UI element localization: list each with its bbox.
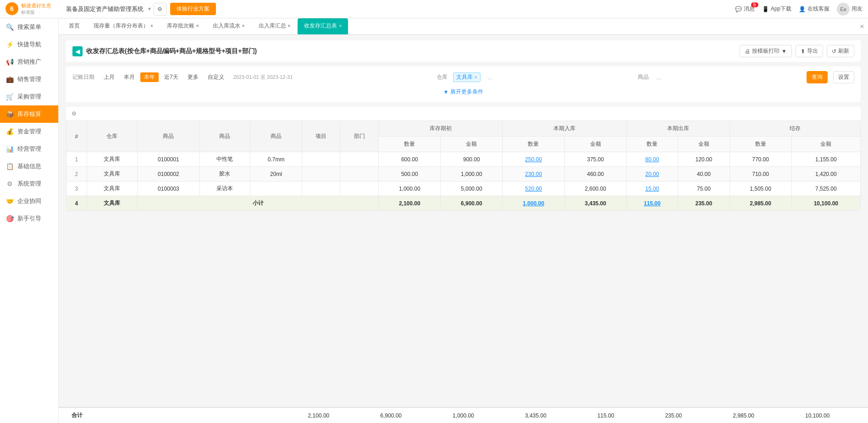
cell-out-qty-2[interactable]: 15.00	[626, 181, 678, 196]
cell-in-qty-0[interactable]: 250.00	[503, 152, 564, 167]
tab-close-3[interactable]: ×	[242, 23, 245, 28]
cell-out-qty-0[interactable]: 80.00	[626, 152, 678, 167]
sidebar-item-guide[interactable]: 🎯新手引导	[0, 210, 58, 227]
sidebar-item-quick[interactable]: ⚡快捷导航	[0, 36, 58, 53]
sidebar-label-collab: 企业协同	[17, 197, 41, 205]
cell-name-1: 胶水	[199, 167, 250, 181]
sidebar-label-marketing: 营销推广	[17, 58, 41, 66]
table-footer: 合计 2,100.00 6,900.00 1,000.00 3,435.00 1…	[59, 407, 868, 423]
logo-text: 畅捷通好生意	[21, 2, 51, 9]
dropdown-arrow[interactable]: ▼	[147, 6, 152, 11]
logo-icon: 6	[6, 2, 18, 15]
cell-project-1	[302, 167, 340, 181]
cell-out-qty-1[interactable]: 20.00	[626, 167, 678, 181]
tab-5[interactable]: 收发存汇总表×	[298, 18, 348, 34]
cell-opening-qty-1: 500.00	[379, 167, 441, 181]
message-button[interactable]: 💬 消息 6	[735, 5, 755, 13]
sidebar-item-purchase[interactable]: 🛒采购管理	[0, 88, 58, 105]
sidebar-item-inventory[interactable]: 📦库存核算	[0, 105, 58, 123]
warehouse-tag-close[interactable]: ×	[474, 74, 477, 81]
sales-icon: 💼	[6, 76, 14, 83]
cell-opening-amt-2: 5,000.00	[441, 181, 503, 196]
logo-sub: 标准版	[21, 9, 51, 16]
th-out-amt: 金额	[678, 137, 730, 152]
export-button[interactable]: ⬆ 导出	[796, 45, 823, 57]
app-download-button[interactable]: 📱 App下载	[762, 5, 791, 13]
tab-0[interactable]: 首页	[62, 18, 86, 34]
close-all-tabs-button[interactable]: ✕	[860, 23, 864, 30]
date-btn-本年[interactable]: 本年	[140, 72, 159, 82]
base-icon: 📋	[6, 163, 14, 170]
subtotal-in-qty[interactable]: 1,000.00	[503, 196, 564, 211]
warehouse-tag[interactable]: 文具库 ×	[453, 72, 481, 82]
cell-in-qty-1[interactable]: 230.00	[503, 167, 564, 181]
warehouse-ellipsis[interactable]: ...	[486, 74, 494, 81]
tab-2[interactable]: 库存批次账×	[160, 18, 205, 34]
tab-4[interactable]: 出入库汇总×	[252, 18, 297, 34]
cell-warehouse-1: 文具库	[87, 167, 138, 181]
sidebar-label-finance: 资金管理	[17, 127, 41, 136]
tab-3[interactable]: 出入库流水×	[206, 18, 251, 34]
filter-settings-button[interactable]: 设置	[833, 71, 854, 83]
sidebar-item-finance[interactable]: 💰资金管理	[0, 123, 58, 140]
date-btn-近7天[interactable]: 近7天	[160, 72, 182, 82]
subtotal-out-qty[interactable]: 115.00	[626, 196, 678, 211]
cell-project-2	[302, 181, 340, 196]
sidebar-item-search[interactable]: 🔍搜索菜单	[0, 18, 58, 36]
page-header-actions: 🖨 按模板打印 ▼ ⬆ 导出 ↺ 刷新	[740, 45, 854, 57]
date-buttons: 上月本月本年近7天更多自定义	[100, 72, 228, 82]
print-button[interactable]: 🖨 按模板打印 ▼	[740, 45, 792, 57]
filter-area: 记账日期 上月本月本年近7天更多自定义 2023-01-01 至 2023-12…	[66, 66, 861, 102]
user-menu[interactable]: Ea 用友	[837, 3, 862, 16]
trial-button[interactable]: 体验行业方案	[170, 3, 216, 15]
sidebar-item-base[interactable]: 📋基础信息	[0, 158, 58, 175]
cell-dept-1	[340, 167, 379, 181]
cell-in-amt-2: 2,600.00	[564, 181, 626, 196]
search-icon: 🔍	[6, 23, 14, 31]
export-icon: ⬆	[801, 48, 805, 55]
tab-close-2[interactable]: ×	[196, 23, 199, 28]
date-btn-更多[interactable]: 更多	[184, 72, 202, 82]
query-button[interactable]: 查询	[807, 71, 828, 83]
sidebar-item-collab[interactable]: 🤝企业协同	[0, 192, 58, 210]
table-row: 2 文具库 0100002 胶水 20ml 500.00 1,000.00 23…	[66, 167, 861, 181]
sidebar-label-system: 系统管理	[17, 180, 41, 188]
tab-close-1[interactable]: ×	[150, 23, 153, 28]
subtotal-opening-amt: 6,900.00	[441, 196, 503, 211]
date-btn-自定义[interactable]: 自定义	[204, 72, 228, 82]
cell-spec-1: 20ml	[250, 167, 302, 181]
column-settings-button[interactable]: ⚙	[72, 110, 77, 117]
refresh-button[interactable]: ↺ 刷新	[827, 45, 854, 57]
expand-conditions-button[interactable]: ▼ 展开更多条件	[442, 86, 486, 98]
sidebar-item-sales[interactable]: 💼销售管理	[0, 71, 58, 88]
collapse-button[interactable]: ◀	[72, 46, 83, 56]
sys-title: 装备及固定资产辅助管理系统	[66, 5, 144, 13]
system-icon: ⚙	[6, 180, 14, 187]
tab-close-5[interactable]: ×	[339, 23, 342, 28]
sidebar-label-purchase: 采购管理	[17, 93, 41, 101]
tab-label-1: 现存量（库存分布表）	[94, 22, 149, 30]
service-icon: 👤	[799, 6, 806, 12]
th-closing-amt: 金额	[791, 137, 860, 152]
th-in-amt: 金额	[564, 137, 626, 152]
cell-in-qty-2[interactable]: 520.00	[503, 181, 564, 196]
tab-1[interactable]: 现存量（库存分布表）×	[87, 18, 160, 34]
filter-row-1: 记账日期 上月本月本年近7天更多自定义 2023-01-01 至 2023-12…	[72, 71, 854, 83]
tab-label-3: 出入库流水	[213, 22, 240, 30]
tab-close-4[interactable]: ×	[288, 23, 291, 28]
date-btn-本月[interactable]: 本月	[120, 72, 138, 82]
settings-button[interactable]: ⚙	[154, 3, 166, 16]
online-service-button[interactable]: 👤 在线客服	[799, 5, 829, 13]
sidebar-item-marketing[interactable]: 📢营销推广	[0, 53, 58, 71]
goods-ellipsis[interactable]: ...	[654, 74, 663, 81]
date-btn-上月[interactable]: 上月	[100, 72, 118, 82]
purchase-icon: 🛒	[6, 93, 14, 100]
finance-icon: 💰	[6, 128, 14, 135]
subtotal-row: 4 文具库 小计 2,100.00 6,900.00 1,000.00 3,43…	[66, 196, 861, 211]
subtotal-closing-amt: 10,100.00	[791, 196, 860, 211]
sidebar-item-system[interactable]: ⚙系统管理	[0, 175, 58, 192]
sidebar-item-ops[interactable]: 📊经营管理	[0, 140, 58, 158]
cell-in-amt-0: 375.00	[564, 152, 626, 167]
cell-name-2: 采访本	[199, 181, 250, 196]
tab-label-5: 收发存汇总表	[304, 22, 337, 30]
